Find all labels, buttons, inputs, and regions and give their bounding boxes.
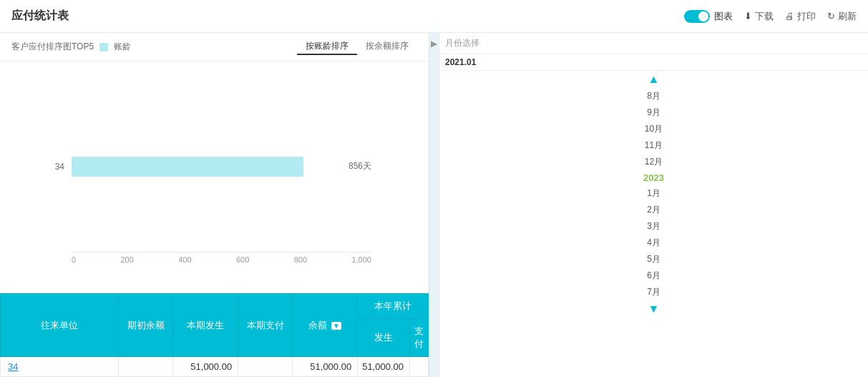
th-leiji-group: 本年累计 — [358, 294, 429, 319]
sidebar-up-btn[interactable]: ▲ — [439, 71, 868, 88]
bar-end-label: 856天 — [348, 160, 371, 172]
x-label-1000: 1,000 — [351, 255, 371, 264]
x-label-400: 400 — [178, 255, 191, 264]
sidebar-month-2[interactable]: 2月 — [439, 202, 868, 218]
th-benqi-fasheng: 本期发生 — [173, 294, 238, 357]
x-label-600: 600 — [236, 255, 249, 264]
download-button[interactable]: ⬇ 下载 — [744, 10, 774, 23]
chart-sort-tabs: 按账龄排序 按余额排序 — [297, 39, 417, 55]
bar-fill — [72, 157, 303, 177]
chart-wrapper: 客户应付排序图TOP5 账龄 按账龄排序 按余额排序 34 — [0, 33, 429, 377]
cell-unit[interactable]: 34 — [1, 357, 119, 377]
sidebar-panel: 月份选择 2021.01 ▲ 8月 9月 10月 11月 12月 2023 1月… — [439, 33, 868, 377]
sidebar-month-11[interactable]: 11月 — [439, 137, 868, 154]
header-actions: 图表 ⬇ 下载 🖨 打印 ↻ 刷新 — [684, 10, 857, 23]
th-benqi-zhifu: 本期支付 — [238, 294, 293, 357]
sidebar-collapse-btn[interactable]: ▶ — [429, 33, 439, 377]
print-button[interactable]: 🖨 打印 — [785, 10, 816, 23]
cell-qichu — [119, 357, 173, 377]
legend-dot — [99, 43, 108, 52]
sort-tab-balance[interactable]: 按余额排序 — [357, 39, 417, 55]
sidebar-month-8[interactable]: 8月 — [439, 88, 868, 104]
download-icon: ⬇ — [744, 11, 752, 21]
chart-toggle[interactable] — [684, 10, 710, 23]
sidebar-title: 月份选择 — [439, 33, 868, 54]
sidebar-month-10[interactable]: 10月 — [439, 121, 868, 137]
cell-leiji-fasheng: 51,000.00 — [358, 357, 410, 377]
cell-yue: 51,000.00 — [293, 357, 358, 377]
chart-toggle-wrap: 图表 — [684, 10, 733, 23]
th-leiji-fasheng: 发生 — [358, 319, 410, 357]
chart-header: 客户应付排序图TOP5 账龄 按账龄排序 按余额排序 — [0, 33, 429, 62]
sidebar-year-2023: 2023 — [439, 170, 868, 185]
page-title: 应付统计表 — [11, 9, 69, 24]
chart-section: 客户应付排序图TOP5 账龄 按账龄排序 按余额排序 34 — [0, 33, 429, 377]
sidebar-month-5[interactable]: 5月 — [439, 251, 868, 268]
sidebar-month-1[interactable]: 1月 — [439, 185, 868, 202]
table-row: 34 51,000.00 51,000.00 51,000.00 — [1, 357, 429, 377]
th-leiji-zhifu: 支付 — [410, 319, 429, 357]
chart-legend: 客户应付排序图TOP5 账龄 — [11, 41, 131, 53]
chart-area: 34 856天 0 200 400 600 800 — [0, 62, 429, 293]
cell-leiji-zhifu — [410, 357, 429, 377]
yue-filter-icon[interactable]: ▼ — [331, 322, 341, 330]
sidebar-month-6[interactable]: 6月 — [439, 268, 868, 284]
x-axis: 0 200 400 600 800 1,000 — [72, 252, 371, 264]
sidebar-month-7[interactable]: 7月 — [439, 284, 868, 300]
bar-row-label: 34 — [43, 162, 64, 172]
sidebar-month-4[interactable]: 4月 — [439, 235, 868, 251]
collapse-icon: ▶ — [431, 39, 437, 49]
cell-benqi-zhifu — [238, 357, 293, 377]
refresh-icon: ↻ — [827, 11, 835, 21]
table-section: 往来单位 期初余额 本期发生 本期支付 余额 ▼ 本年累计 — [0, 293, 429, 377]
sort-tab-age[interactable]: 按账龄排序 — [297, 39, 357, 55]
content-area: 客户应付排序图TOP5 账龄 按账龄排序 按余额排序 34 — [0, 33, 868, 377]
sidebar-month-3[interactable]: 3月 — [439, 218, 868, 235]
page-header: 应付统计表 图表 ⬇ 下载 🖨 打印 ↻ 刷新 — [0, 0, 868, 33]
data-table: 往来单位 期初余额 本期发生 本期支付 余额 ▼ 本年累计 — [0, 293, 429, 377]
sidebar-month-9[interactable]: 9月 — [439, 104, 868, 121]
sidebar-down-btn[interactable]: ▼ — [439, 300, 868, 318]
chart-toggle-label: 图表 — [714, 10, 733, 23]
x-label-200: 200 — [121, 255, 134, 264]
cell-benqi-fasheng: 51,000.00 — [173, 357, 238, 377]
x-label-800: 800 — [294, 255, 307, 264]
sidebar-year-value[interactable]: 2021.01 — [439, 54, 868, 71]
print-icon: 🖨 — [785, 11, 794, 21]
x-label-0: 0 — [72, 255, 76, 264]
th-unit: 往来单位 — [1, 294, 119, 357]
chart-legend-label: 账龄 — [114, 41, 131, 53]
sidebar-month-12[interactable]: 12月 — [439, 154, 868, 170]
chart-top-label: 客户应付排序图TOP5 — [11, 41, 94, 53]
refresh-button[interactable]: ↻ 刷新 — [827, 10, 857, 23]
th-qichu: 期初余额 — [119, 294, 173, 357]
th-yue: 余额 ▼ — [293, 294, 358, 357]
